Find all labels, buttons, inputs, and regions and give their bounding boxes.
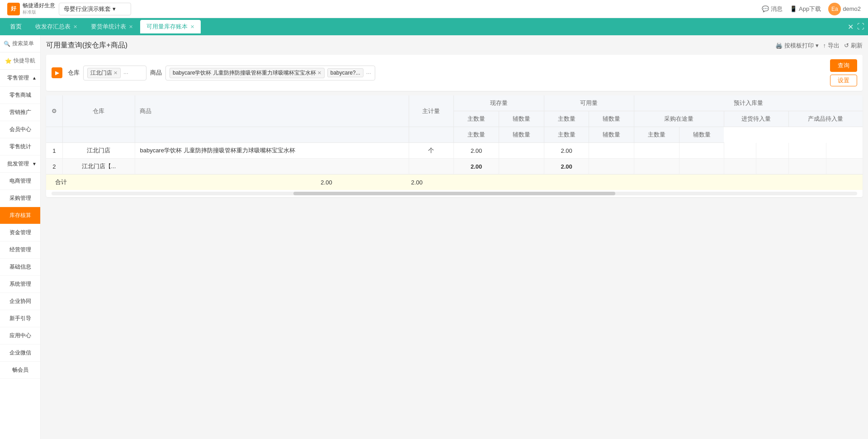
product-filter-more[interactable]: ··· xyxy=(366,70,371,76)
th-purchase-transit: 采购在途量 xyxy=(634,111,724,127)
th-available: 可用量 xyxy=(544,95,634,111)
filter-actions: 查询 设置 xyxy=(830,59,857,86)
tab-kuyong-close[interactable]: ✕ xyxy=(190,24,194,30)
sidebar-item-system[interactable]: 系统管理 xyxy=(0,276,40,293)
row2-product xyxy=(135,159,409,175)
print-template-btn[interactable]: 🖨️ 按模板打印 ▾ xyxy=(775,42,819,50)
footer-label: 合计 xyxy=(51,178,304,186)
sidebar-item-member[interactable]: 会员中心 xyxy=(0,121,40,138)
sidebar-item-wholesale[interactable]: 批发管理 ▼ xyxy=(0,156,40,173)
avatar: Ea xyxy=(828,3,841,15)
sidebar-item-inventory[interactable]: 库存核算 xyxy=(0,207,40,224)
username-label: demo2 xyxy=(843,5,861,12)
tab-shoufa-close[interactable]: ✕ xyxy=(73,24,77,30)
warehouse-tag-close[interactable]: ✕ xyxy=(113,70,118,76)
sidebar-item-marketing[interactable]: 营销推广 xyxy=(0,104,40,121)
product-tag-2[interactable]: babycare?... xyxy=(327,68,363,77)
chevron-icon: ▲ xyxy=(32,76,37,80)
table-body: 1 江北门店 babycare学饮杯 儿童防摔防撞吸管杯重力球吸嘴杯宝宝水杯 个… xyxy=(46,143,863,175)
sidebar-item-operations[interactable]: 经营管理 xyxy=(0,241,40,259)
industry-selector[interactable]: 母婴行业演示账套 ▾ xyxy=(59,3,131,15)
footer-avail-main: 2.00 xyxy=(394,179,439,186)
warehouse-filter-more[interactable]: ··· xyxy=(123,70,128,76)
warehouse-tag[interactable]: 江北门店 ✕ xyxy=(87,68,121,78)
row2-warehouse: 江北门店【... xyxy=(62,159,135,175)
th-empty-4 xyxy=(409,127,454,143)
tab-yaohuo-close[interactable]: ✕ xyxy=(129,24,133,30)
sidebar-item-newbie[interactable]: 新手引导 xyxy=(0,310,40,327)
row1-avail-main: 2.00 xyxy=(544,143,589,159)
sidebar-item-retail-stats[interactable]: 零售统计 xyxy=(0,138,40,156)
sidebar-item-enterprise-collab[interactable]: 企业协同 xyxy=(0,293,40,310)
sidebar-item-retail-mgmt[interactable]: 零售管理 ▲ xyxy=(0,70,40,87)
sidebar-item-retail-mall[interactable]: 零售商城 xyxy=(0,87,40,104)
row2-inc-main xyxy=(724,159,756,175)
row1-pur-main xyxy=(634,143,679,159)
download-icon: 📱 xyxy=(790,5,797,12)
filter-bar: ▶ 仓库 江北门店 ✕ ··· 商品 babycare学饮杯 儿童防摔防撞吸管杯… xyxy=(46,55,863,91)
close-window-icon[interactable]: ✕ xyxy=(848,23,854,31)
sidebar-search-label: 搜索菜单 xyxy=(12,40,34,47)
sidebar-item-finance[interactable]: 资金管理 xyxy=(0,224,40,241)
footer-total-label: 合计 xyxy=(55,179,67,185)
row1-product: babycare学饮杯 儿童防摔防撞吸管杯重力球吸嘴杯宝宝水杯 xyxy=(135,143,409,159)
message-btn[interactable]: 💬 消息 xyxy=(762,5,783,13)
refresh-label: 刷新 xyxy=(851,42,863,50)
nav-tabs-right: ✕ ⛶ xyxy=(848,23,864,31)
tab-yaohuo[interactable]: 要货单统计表 ✕ xyxy=(85,20,139,33)
tab-kuyong-label: 可用量库存账本 xyxy=(146,23,188,31)
tab-home[interactable]: 首页 xyxy=(4,20,28,33)
row1-inc-main xyxy=(724,143,756,159)
th-gear[interactable]: ⚙ xyxy=(46,95,62,127)
th-product-pending: 产成品待入量 xyxy=(788,111,863,127)
table-container: ⚙ 仓库 商品 主计量 现存量 可用量 预计入库量 主数量 辅数量 主数量 辅数… xyxy=(46,95,863,197)
sidebar-item-purchase[interactable]: 采购管理 xyxy=(0,190,40,207)
warehouse-filter-input[interactable]: 江北门店 ✕ ··· xyxy=(83,66,146,80)
sidebar-search[interactable]: 🔍 搜索菜单 xyxy=(0,35,40,52)
header-actions: 🖨️ 按模板打印 ▾ ↑ 导出 ↺ 刷新 xyxy=(775,42,863,50)
logo-text-block: 畅捷通好生意 标准版 xyxy=(23,2,55,16)
data-table: ⚙ 仓库 商品 主计量 现存量 可用量 预计入库量 主数量 辅数量 主数量 辅数… xyxy=(46,95,863,174)
product-filter-input[interactable]: babycare学饮杯 儿童防摔防撞吸管杯重力球吸嘴杯宝宝水杯 ✕ babyca… xyxy=(165,66,375,80)
search-icon: 🔍 xyxy=(4,41,10,47)
logo-area: 好 畅捷通好生意 标准版 xyxy=(7,2,55,16)
th-empty-1 xyxy=(46,127,62,143)
query-button[interactable]: 查询 xyxy=(830,59,857,72)
sidebar-item-ecommerce[interactable]: 电商管理 xyxy=(0,173,40,190)
th-warehouse: 仓库 xyxy=(62,95,135,127)
refresh-btn[interactable]: ↺ 刷新 xyxy=(844,42,863,50)
row2-prod-aux xyxy=(826,159,863,175)
sidebar-item-wechat[interactable]: 企业微信 xyxy=(0,345,40,362)
th-product: 商品 xyxy=(135,95,409,127)
export-icon: ↑ xyxy=(823,42,826,49)
th-current-stock: 现存量 xyxy=(454,95,544,111)
expand-icon[interactable]: ⛶ xyxy=(857,23,864,31)
sidebar-quick-nav[interactable]: ⭐ 快捷导航 xyxy=(0,52,40,70)
sidebar-item-app-center[interactable]: 应用中心 xyxy=(0,327,40,345)
user-profile[interactable]: Ea demo2 xyxy=(828,3,861,15)
row1-prod-main xyxy=(788,143,826,159)
row1-stock-aux xyxy=(499,143,544,159)
filter-expand-btn[interactable]: ▶ xyxy=(52,67,62,78)
th-empty-3 xyxy=(135,127,409,143)
product-tag-1-close[interactable]: ✕ xyxy=(317,70,321,76)
app-download-btn[interactable]: 📱 App下载 xyxy=(790,5,821,13)
export-btn[interactable]: ↑ 导出 xyxy=(823,42,840,50)
table-row: 1 江北门店 babycare学饮杯 儿童防摔防撞吸管杯重力球吸嘴杯宝宝水杯 个… xyxy=(46,143,863,159)
table-scrollbar-thumb[interactable] xyxy=(293,192,616,195)
tab-shoufa[interactable]: 收发存汇总表 ✕ xyxy=(29,20,84,33)
sidebar-item-basic-info[interactable]: 基础信息 xyxy=(0,259,40,276)
row1-pur-aux xyxy=(679,143,724,159)
table-header-row-3: 主数量 辅数量 主数量 辅数量 主数量 辅数量 xyxy=(46,127,863,143)
product-tag-2-text: babycare?... xyxy=(330,70,360,76)
tab-kuyong[interactable]: 可用量库存账本 ✕ xyxy=(140,20,201,33)
logo-sub: 标准版 xyxy=(23,9,55,15)
settings-button[interactable]: 设置 xyxy=(830,75,857,86)
page-header: 可用量查询(按仓库+商品) 🖨️ 按模板打印 ▾ ↑ 导出 ↺ 刷新 xyxy=(46,41,863,50)
product-tag-1[interactable]: babycare学饮杯 儿童防摔防撞吸管杯重力球吸嘴杯宝宝水杯 ✕ xyxy=(170,68,325,78)
print-label: 按模板打印 xyxy=(784,42,814,50)
sidebar-item-member2[interactable]: 畅会员 xyxy=(0,362,40,379)
table-scrollbar[interactable] xyxy=(52,192,857,195)
row2-stock-main: 2.00 xyxy=(454,159,499,175)
chevron-icon-2: ▼ xyxy=(32,161,37,166)
